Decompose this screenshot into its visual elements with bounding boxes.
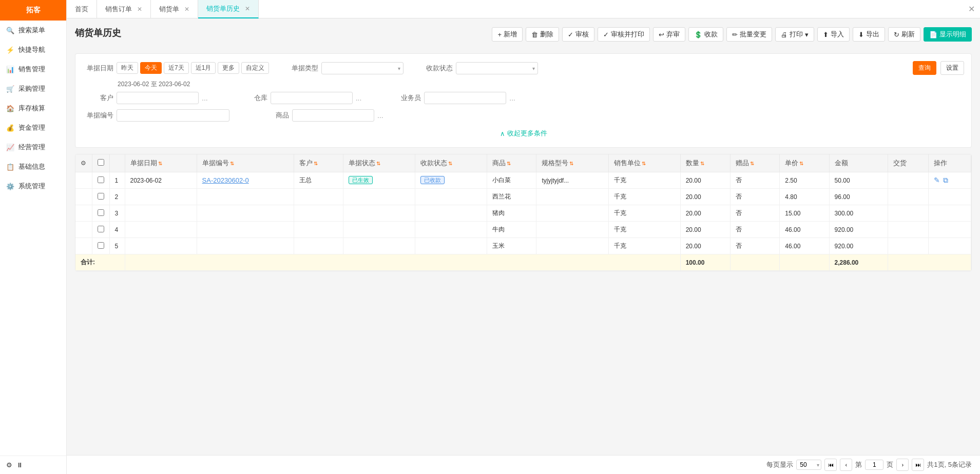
export-button[interactable]: ⬇ 导出 <box>853 27 885 42</box>
row-index: 3 <box>109 205 125 222</box>
row-checkbox-input[interactable] <box>98 193 104 200</box>
row-index: 2 <box>109 189 125 205</box>
th-checkbox[interactable] <box>92 154 109 172</box>
show-details-button[interactable]: 📄 显示明细 <box>924 27 972 42</box>
doc-no-link[interactable]: SA-20230602-0 <box>202 176 249 184</box>
window-close-btn[interactable]: ✕ <box>963 4 980 14</box>
add-button[interactable]: + 新增 <box>492 27 523 42</box>
row-checkbox-input[interactable] <box>98 226 104 232</box>
warehouse-input[interactable] <box>271 92 353 104</box>
edit-action-icon[interactable]: ✎ <box>934 176 940 185</box>
tab-sales-goods-close[interactable]: ✕ <box>184 6 189 13</box>
salesperson-input[interactable] <box>424 92 506 104</box>
date-btn-yesterday[interactable]: 昨天 <box>117 62 138 74</box>
th-collect-status[interactable]: 收款状态⇅ <box>415 154 487 172</box>
import-button[interactable]: ⬆ 导入 <box>817 27 850 42</box>
abandon-button[interactable]: ↩ 弃审 <box>653 27 685 42</box>
doc-no-label: 单据编号 <box>83 111 113 120</box>
page-size-select[interactable]: 50 100 <box>796 460 821 470</box>
th-sales-unit[interactable]: 销售单位⇅ <box>608 154 680 172</box>
salesperson-dots[interactable]: ... <box>509 94 515 102</box>
select-all-checkbox[interactable] <box>98 159 104 166</box>
row-index: 4 <box>109 222 125 238</box>
row-customer: 王总 <box>294 172 343 189</box>
sidebar-item-sales-mgmt[interactable]: 📊 销售管理 <box>0 60 66 79</box>
goods-dots[interactable]: ... <box>377 111 383 120</box>
sidebar-item-system-mgmt[interactable]: ⚙️ 系统管理 <box>0 176 66 196</box>
row-gear <box>75 205 92 222</box>
customer-input[interactable] <box>117 92 199 104</box>
th-spec-model[interactable]: 规格型号⇅ <box>536 154 608 172</box>
row-doc-date <box>125 205 197 222</box>
audit-print-button[interactable]: ✓ 审核并打印 <box>598 27 650 42</box>
row-checkbox[interactable] <box>92 189 109 205</box>
sidebar-item-operations[interactable]: 📈 经营管理 <box>0 137 66 157</box>
th-gift[interactable]: 赠品⇅ <box>731 154 780 172</box>
print-button[interactable]: 🖨 打印 ▾ <box>775 27 814 42</box>
date-btn-7days[interactable]: 近7天 <box>164 62 189 74</box>
sidebar: 拓客 🔍 搜索菜单 ⚡ 快捷导航 📊 销售管理 🛒 采购管理 🏠 库存核算 💰 … <box>0 0 67 474</box>
audit-button[interactable]: ✓ 审核 <box>562 27 594 42</box>
row-doc-no <box>197 189 294 205</box>
sidebar-item-inventory[interactable]: 🏠 库存核算 <box>0 98 66 118</box>
refresh-button[interactable]: ↻ 刷新 <box>888 27 920 42</box>
first-page-btn[interactable]: ⏮ <box>824 459 837 471</box>
sidebar-item-purchase-mgmt[interactable]: 🛒 采购管理 <box>0 79 66 98</box>
customer-dots[interactable]: ... <box>202 94 208 102</box>
settings-button[interactable]: 设置 <box>940 61 964 75</box>
tab-sales-order-close[interactable]: ✕ <box>137 6 142 13</box>
date-btn-today[interactable]: 今天 <box>140 62 162 74</box>
batch-change-button[interactable]: ✏ 批量变更 <box>726 27 772 42</box>
row-checkbox[interactable] <box>92 172 109 189</box>
th-unit-price[interactable]: 单价⇅ <box>780 154 829 172</box>
row-doc-date <box>125 238 197 254</box>
last-page-btn[interactable]: ⏭ <box>912 459 924 471</box>
summary-amount: 2,286.00 <box>829 254 888 271</box>
tab-sales-history[interactable]: 销货单历史 ✕ <box>198 0 259 18</box>
collect-button[interactable]: 💲 收款 <box>688 27 723 42</box>
salesperson-label: 业务员 <box>390 93 421 103</box>
row-checkbox[interactable] <box>92 238 109 254</box>
tab-sales-order[interactable]: 销售订单 ✕ <box>97 0 151 18</box>
page-number-input[interactable] <box>865 460 883 470</box>
query-button[interactable]: 查询 <box>913 61 936 75</box>
row-checkbox-input[interactable] <box>98 242 104 249</box>
th-quantity[interactable]: 数量⇅ <box>680 154 730 172</box>
row-index: 1 <box>109 172 125 189</box>
tab-sales-goods[interactable]: 销货单 ✕ <box>151 0 198 18</box>
sidebar-item-quick-nav[interactable]: ⚡ 快捷导航 <box>0 40 66 60</box>
collect-status-select[interactable] <box>456 62 538 74</box>
row-checkbox[interactable] <box>92 222 109 238</box>
th-doc-no[interactable]: 单据编号⇅ <box>197 154 294 172</box>
sidebar-settings-icon[interactable]: ⚙ ⏸ <box>0 456 66 474</box>
row-checkbox-input[interactable] <box>98 176 104 183</box>
sidebar-item-inventory-label: 库存核算 <box>18 104 45 113</box>
date-btn-more[interactable]: 更多 <box>218 62 239 74</box>
th-gear[interactable]: ⚙ <box>75 154 92 172</box>
data-table-container: ⚙ 单据日期⇅ 单据编号⇅ 客户⇅ <box>75 154 972 271</box>
doc-no-input[interactable] <box>117 109 229 122</box>
warehouse-dots[interactable]: ... <box>356 94 362 102</box>
copy-action-icon[interactable]: ⧉ <box>943 176 948 185</box>
row-checkbox-input[interactable] <box>98 209 104 216</box>
collapse-button[interactable]: ∧ 收起更多条件 <box>500 127 547 140</box>
doc-type-select[interactable] <box>321 62 403 74</box>
row-doc-date <box>125 222 197 238</box>
th-customer[interactable]: 客户⇅ <box>294 154 343 172</box>
goods-input[interactable] <box>292 109 374 122</box>
th-doc-date[interactable]: 单据日期⇅ <box>125 154 197 172</box>
delete-button[interactable]: 🗑 删除 <box>526 27 559 42</box>
row-checkbox[interactable] <box>92 205 109 222</box>
row-goods: 牛肉 <box>487 222 536 238</box>
next-page-btn[interactable]: › <box>896 459 909 471</box>
th-doc-status[interactable]: 单据状态⇅ <box>343 154 415 172</box>
sidebar-item-finance[interactable]: 💰 资金管理 <box>0 118 66 137</box>
th-goods[interactable]: 商品⇅ <box>487 154 536 172</box>
date-btn-custom[interactable]: 自定义 <box>241 62 269 74</box>
tab-sales-history-close[interactable]: ✕ <box>245 5 250 12</box>
tab-home[interactable]: 首页 <box>67 0 97 18</box>
sidebar-item-base-info[interactable]: 📋 基础信息 <box>0 157 66 176</box>
prev-page-btn[interactable]: ‹ <box>840 459 852 471</box>
date-btn-1month[interactable]: 近1月 <box>191 62 216 74</box>
sidebar-item-search-menu[interactable]: 🔍 搜索菜单 <box>0 21 66 40</box>
